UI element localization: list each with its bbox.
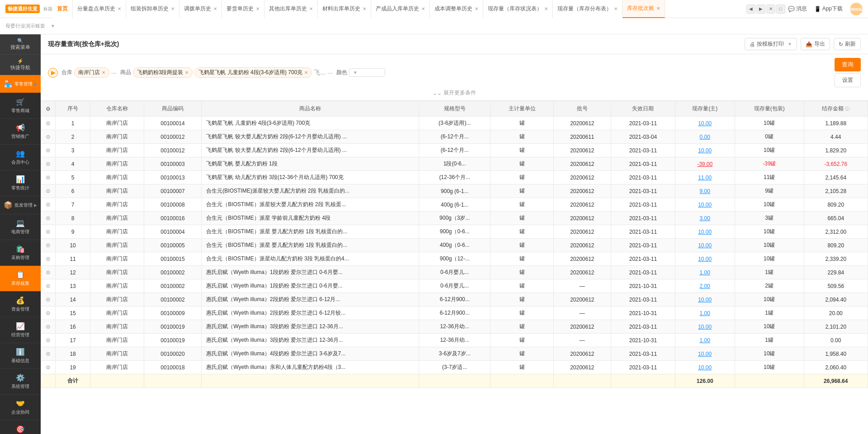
tab-product-inbound[interactable]: 产成品入库单历史✕ (371, 0, 430, 18)
tab-close-disassemble-history[interactable]: ✕ (171, 6, 175, 11)
row-stock-main[interactable]: 10.00 (675, 198, 735, 212)
product-tag-1-close[interactable]: ✕ (185, 70, 189, 75)
row-stock-main[interactable]: 10.00 (675, 293, 735, 307)
row-settings[interactable]: ⚙ (41, 144, 56, 157)
tab-maximize-btn[interactable]: □ (776, 5, 785, 14)
row-settings[interactable]: ⚙ (41, 361, 56, 374)
tab-inventory-status[interactable]: 现存量（库存状况表）✕ (483, 0, 553, 18)
product-tag-2[interactable]: 飞鹤星飞帆 儿童奶粉 4段(3-6岁适用) 700克 ✕ (194, 67, 312, 78)
row-settings[interactable]: ⚙ (41, 307, 56, 320)
tab-close-pick-history[interactable]: ✕ (213, 6, 217, 11)
tab-home[interactable]: 首页 (52, 0, 73, 18)
col-settings[interactable]: ⚙ (41, 101, 56, 117)
row-settings[interactable]: ⚙ (41, 225, 56, 239)
row-stock-main[interactable]: 9.00 (675, 184, 735, 198)
app-download-btn[interactable]: 📱 App下载 (814, 5, 843, 13)
template-print-btn[interactable]: 🖨 按模板打印 ▼ (745, 38, 797, 50)
refresh-btn[interactable]: ↻ 刷新 (834, 38, 861, 50)
row-stock-main[interactable]: 10.00 (675, 144, 735, 157)
row-settings[interactable]: ⚙ (41, 293, 56, 307)
row-stock-main[interactable]: 10.00 (675, 361, 735, 374)
export-btn[interactable]: 📤 导出 (801, 38, 830, 50)
row-settings[interactable]: ⚙ (41, 252, 56, 266)
sidebar-item-ecommerce[interactable]: 💻电商管理 (0, 214, 41, 240)
row-stock-main[interactable]: 1.00 (675, 266, 735, 279)
row-stock-main[interactable]: 0.00 (675, 130, 735, 144)
product-tag-1[interactable]: 飞鹤奶粉3段两提装 ✕ (133, 67, 193, 78)
search-menu-btn[interactable]: 🔍 搜索菜单 (0, 34, 41, 55)
tab-close-cost-adjust[interactable]: ✕ (475, 6, 478, 11)
tab-inventory-dist[interactable]: 现存量（库存分布表）✕ (553, 0, 623, 18)
row-stock-main[interactable]: 10.00 (675, 225, 735, 239)
sidebar-item-basic-info[interactable]: ℹ️基础信息 (0, 343, 41, 369)
tab-disassemble-history[interactable]: 组装拆卸单历史✕ (126, 0, 179, 18)
balance-info-icon[interactable]: ⓘ (845, 106, 849, 111)
row-stock-main[interactable]: 10.00 (675, 347, 735, 361)
sidebar-item-finance[interactable]: 💰资金管理 (0, 292, 41, 317)
tab-close-other-outbound[interactable]: ✕ (309, 6, 313, 11)
row-stock-main[interactable]: -39.00 (675, 157, 735, 171)
tab-close-requisition-history[interactable]: ✕ (256, 6, 259, 11)
sidebar-item-member-center[interactable]: 👥会员中心 (0, 145, 41, 170)
sidebar-item-retail-store[interactable]: 🛒零售商城 (0, 93, 41, 119)
product-dots[interactable]: ··· (327, 69, 333, 76)
product-tag-2-close[interactable]: ✕ (304, 70, 308, 75)
row-settings[interactable]: ⚙ (41, 171, 56, 184)
tab-material-outbound[interactable]: 材料出库单历史✕ (318, 0, 371, 18)
tab-split-inventory-history[interactable]: 分量盘点单历史✕ (73, 0, 126, 18)
message-btn[interactable]: 💬 消息 (788, 5, 807, 13)
sidebar-item-marketing[interactable]: 📢营销推广 (0, 119, 41, 145)
row-stock-main[interactable]: 1.00 (675, 334, 735, 347)
sidebar-item-system-mgmt[interactable]: ⚙️系统管理 (0, 369, 41, 395)
row-settings[interactable]: ⚙ (41, 184, 56, 198)
tab-next-btn[interactable]: ▶ (756, 5, 765, 14)
row-settings[interactable]: ⚙ (41, 279, 56, 293)
warehouse-filter-tag[interactable]: 南岸门店 ✕ (74, 67, 109, 78)
tab-close-inventory-dist[interactable]: ✕ (614, 6, 618, 11)
tab-close-product-inbound[interactable]: ✕ (421, 6, 425, 11)
tab-requisition-history[interactable]: 要货单历史✕ (222, 0, 264, 18)
sidebar-item-retail-mgmt[interactable]: 🏪零售管理▶ (0, 75, 41, 93)
product-more[interactable]: 飞... (314, 69, 326, 77)
row-stock-main[interactable]: 3.00 (675, 212, 735, 225)
row-settings[interactable]: ⚙ (41, 266, 56, 279)
row-stock-main[interactable]: 10.00 (675, 239, 735, 252)
row-settings[interactable]: ⚙ (41, 239, 56, 252)
sidebar-item-purchase-mgmt[interactable]: 🛍️采购管理 (0, 240, 41, 266)
tab-prev-btn[interactable]: ◀ (746, 5, 755, 14)
row-stock-main[interactable]: 2.00 (675, 279, 735, 293)
company-selector-arrow[interactable]: ▼ (51, 24, 55, 28)
sidebar-item-retail-stats[interactable]: 📊零售统计 (0, 170, 41, 196)
filter-expand-btn[interactable]: ▶ (48, 68, 58, 78)
sidebar-item-enterprise[interactable]: 🤝企业协同 (0, 395, 41, 420)
settings-btn[interactable]: 设置 (835, 73, 861, 87)
table-container[interactable]: ⚙ 序号 仓库名称 商品编码 商品名称 规格型号 主计量单位 批号 失效日期 现… (41, 101, 868, 434)
tab-batch-ledger[interactable]: 库存批次账✕ (623, 0, 665, 18)
row-settings[interactable]: ⚙ (41, 334, 56, 347)
row-settings[interactable]: ⚙ (41, 130, 56, 144)
tab-close-btn[interactable]: ✕ (766, 5, 775, 14)
sidebar-item-inventory[interactable]: 📋库存核算 (0, 266, 41, 292)
row-settings[interactable]: ⚙ (41, 347, 56, 361)
tab-close-inventory-status[interactable]: ✕ (544, 6, 548, 11)
shortcut-nav-btn[interactable]: ⚡ 快捷导航 (0, 55, 41, 75)
search-btn[interactable]: 查询 (835, 58, 861, 71)
warehouse-more-btn[interactable]: ··· (111, 69, 117, 76)
expand-more-conditions[interactable]: ⌄⌄ 展开更多条件 (48, 87, 861, 97)
tab-pick-history[interactable]: 调拨单历史✕ (179, 0, 222, 18)
row-settings[interactable]: ⚙ (41, 198, 56, 212)
tab-close-split-inventory-history[interactable]: ✕ (118, 6, 121, 11)
row-settings[interactable]: ⚙ (41, 157, 56, 171)
color-filter-input[interactable]: ▼ (349, 68, 385, 77)
warehouse-tag-close[interactable]: ✕ (102, 70, 105, 75)
row-stock-main[interactable]: 1.00 (675, 307, 735, 320)
sidebar-item-operations[interactable]: 📈经营管理 (0, 317, 41, 343)
row-stock-main[interactable]: 10.00 (675, 320, 735, 334)
avatar[interactable]: demo2 (850, 3, 863, 15)
row-settings[interactable]: ⚙ (41, 117, 56, 130)
row-settings[interactable]: ⚙ (41, 320, 56, 334)
tab-close-material-outbound[interactable]: ✕ (363, 6, 366, 11)
row-stock-main[interactable]: 11.00 (675, 171, 735, 184)
tab-close-batch-ledger[interactable]: ✕ (656, 6, 660, 11)
tab-other-outbound[interactable]: 其他出库单历史✕ (264, 0, 318, 18)
